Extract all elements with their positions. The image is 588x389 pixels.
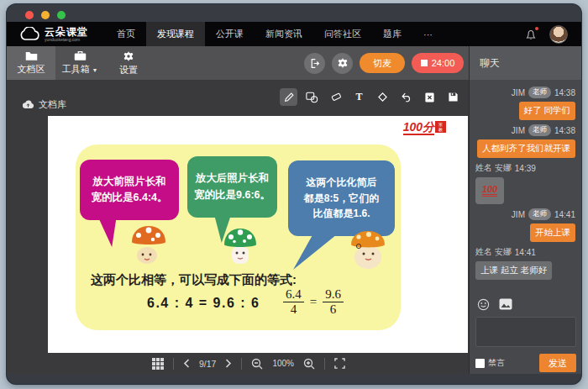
document-library-button[interactable]: 文档库: [22, 98, 66, 111]
switch-mic-button[interactable]: 切麦: [360, 53, 405, 73]
laser-tool-button[interactable]: [374, 88, 391, 106]
classroom-toolbar: 文档区 工具箱 ▼ 设置: [7, 46, 469, 80]
user-avatar[interactable]: [549, 25, 568, 44]
fullscreen-icon: [334, 358, 345, 369]
teacher-badge: 老师: [528, 87, 551, 98]
chat-input[interactable]: [475, 317, 576, 347]
sticker-bubble: 100: [475, 177, 504, 204]
sender-name: JIM: [512, 88, 525, 97]
nav-item-news[interactable]: 新闻资讯: [255, 22, 313, 46]
notification-dot: [535, 27, 538, 30]
message-bubble: 人都到齐了我们就开课: [477, 139, 575, 158]
speech-bubble-before: 放大前照片长和 宽的比是6.4:4。: [80, 160, 179, 220]
maximize-window-button[interactable]: [57, 11, 66, 19]
gear-icon: [337, 57, 349, 69]
folder-icon: [25, 50, 38, 61]
chevron-right-icon: [225, 359, 232, 368]
chat-message: 姓名 安娜 14:41 上课 起立 老师好: [475, 246, 575, 280]
chat-tools: [477, 298, 512, 314]
whiteboard-toolbar: T: [280, 88, 462, 106]
eraser-tool-button[interactable]: [327, 88, 344, 106]
delete-box-icon: [424, 92, 435, 103]
previous-page-button[interactable]: [183, 359, 190, 368]
message-time: 14:41: [515, 248, 536, 257]
nav-item-home[interactable]: 首页: [106, 22, 146, 46]
nav-menu: 首页 发现课程 公开课 新闻资讯 问答社区 题库 ···: [106, 22, 444, 46]
hundred-points-sticker: 100: [482, 185, 497, 197]
timer-value: 24:00: [432, 58, 455, 68]
chat-panel: 聊天 JIM 老师 14:38 好了 同学们 JIM 老师 14:38 人都到齐…: [469, 46, 581, 374]
zoom-out-button[interactable]: [251, 358, 263, 370]
nav-item-discover-courses[interactable]: 发现课程: [146, 22, 205, 46]
document-library-label: 文档库: [39, 98, 66, 111]
nav-item-more[interactable]: ···: [412, 22, 444, 46]
slide-caption: 这两个比相等，可以写成下面的等式:: [91, 272, 297, 288]
sender-name: 姓名 安娜: [475, 162, 512, 174]
chevron-down-icon: ▼: [92, 67, 98, 73]
save-board-button[interactable]: [444, 88, 462, 106]
mushroom-character-3: [347, 229, 387, 271]
titlebar: [7, 4, 581, 22]
checkbox-icon: [475, 359, 485, 368]
exit-icon: [309, 58, 320, 69]
clear-board-button[interactable]: [421, 88, 438, 106]
message-bubble: 好了 同学们: [519, 102, 575, 120]
send-image-button[interactable]: [499, 298, 512, 314]
tab-document-area-label: 文档区: [18, 63, 45, 76]
text-tool-icon: T: [355, 91, 362, 103]
class-timer-button[interactable]: 24:00: [412, 53, 464, 73]
pen-tool-button[interactable]: [280, 88, 297, 106]
cloud-upload-icon: [22, 100, 34, 109]
next-page-button[interactable]: [225, 359, 232, 368]
minimize-window-button[interactable]: [41, 11, 50, 19]
slide-fraction-equation: 6.44 = 9.66: [283, 287, 344, 318]
fullscreen-button[interactable]: [334, 358, 345, 369]
smiley-icon: [477, 298, 490, 311]
slide-brand-text: 100分: [403, 121, 434, 135]
send-button[interactable]: 发送: [539, 354, 576, 372]
brand-logo[interactable]: 云朵课堂 yunduoketang.com: [7, 27, 106, 42]
save-icon: [448, 92, 459, 103]
chevron-left-icon: [183, 359, 190, 368]
message-time: 14:38: [554, 88, 575, 97]
diamond-icon: [377, 92, 388, 103]
thumbnails-grid-button[interactable]: [152, 358, 164, 370]
slide-brand-badge: 家教: [435, 121, 446, 133]
settings-button[interactable]: [332, 53, 353, 74]
teacher-badge: 老师: [528, 208, 551, 220]
zoom-in-button[interactable]: [303, 358, 315, 370]
mute-all-checkbox[interactable]: 禁言: [475, 357, 505, 369]
sender-name: 姓名 安娜: [475, 246, 512, 258]
slide-pager-bar: 9/17 100%: [7, 353, 469, 374]
chat-message: 姓名 安娜 14:39 100: [475, 162, 575, 204]
chat-message-list[interactable]: JIM 老师 14:38 好了 同学们 JIM 老师 14:38 人都到齐了我们…: [470, 80, 581, 297]
tab-settings[interactable]: 设置: [104, 46, 153, 80]
chat-message: JIM 老师 14:38 好了 同学们: [475, 87, 575, 120]
slide-canvas[interactable]: 100分 家教 放大前照片长和 宽的比是6.4:4。 放大后照片长和 宽的比是9…: [48, 116, 468, 353]
eraser-icon: [330, 92, 342, 103]
app-window: 云朵课堂 yunduoketang.com 首页 发现课程 公开课 新闻资讯 问…: [7, 4, 581, 384]
image-icon: [499, 298, 512, 310]
text-tool-button[interactable]: T: [350, 88, 368, 106]
notifications-bell-icon[interactable]: [524, 28, 538, 41]
nav-item-qa-community[interactable]: 问答社区: [313, 22, 372, 46]
tab-document-area[interactable]: 文档区: [7, 46, 55, 80]
tab-toolbox[interactable]: 工具箱 ▼: [55, 46, 104, 80]
zoom-level: 100%: [272, 359, 294, 368]
gear-icon: [123, 50, 134, 62]
speech-bubble-ratio: 这两个比化简后 都是8:5，它们的 比值都是1.6.: [288, 160, 395, 236]
chat-message: JIM 老师 14:38 人都到齐了我们就开课: [475, 124, 575, 158]
mushroom-character-1: [130, 223, 169, 265]
exit-classroom-button[interactable]: [304, 53, 325, 74]
shapes-tool-button[interactable]: [303, 88, 321, 106]
nav-item-open-classes[interactable]: 公开课: [205, 22, 255, 46]
tab-toolbox-label: 工具箱 ▼: [62, 63, 98, 76]
document-area: 文档库 T: [7, 80, 469, 374]
emoji-button[interactable]: [477, 298, 490, 314]
zoom-out-icon: [251, 358, 263, 370]
message-bubble: 上课 起立 老师好: [475, 261, 552, 280]
chat-message: JIM 老师 14:41 开始上课: [475, 208, 575, 242]
nav-item-question-bank[interactable]: 题库: [372, 22, 412, 46]
undo-button[interactable]: [397, 88, 415, 106]
close-window-button[interactable]: [25, 11, 34, 19]
